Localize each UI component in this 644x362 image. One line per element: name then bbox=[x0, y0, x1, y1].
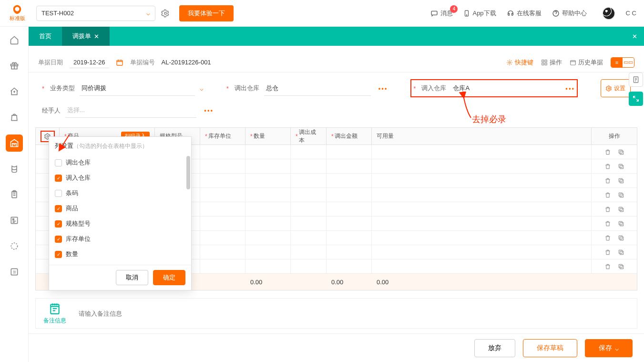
svg-rect-29 bbox=[619, 193, 622, 196]
avatar[interactable] bbox=[602, 7, 615, 20]
delete-icon[interactable] bbox=[604, 149, 611, 155]
tab-transfer[interactable]: 调拨单 ✕ bbox=[62, 27, 110, 46]
copy-icon[interactable] bbox=[618, 249, 624, 256]
nav-money-icon[interactable] bbox=[6, 160, 23, 177]
copy-icon[interactable] bbox=[618, 263, 624, 270]
nav-home-icon[interactable] bbox=[6, 31, 23, 49]
column-option[interactable]: ✓商品 bbox=[55, 201, 185, 216]
settings-button[interactable]: 设置 bbox=[601, 79, 631, 97]
list-view-icon[interactable]: ≡ bbox=[611, 58, 623, 67]
save-button[interactable]: 保存⌵ bbox=[585, 339, 633, 357]
nav-report-icon[interactable] bbox=[6, 212, 23, 229]
save-draft-button[interactable]: 保存草稿 bbox=[523, 339, 577, 357]
nav-clipboard-icon[interactable] bbox=[6, 186, 23, 203]
top-bar: 标准版 TEST-H002 ⌵ 我要体验一下 消息 4 App下载 在线客服 帮… bbox=[0, 0, 644, 27]
customer-service-link[interactable]: 在线客服 bbox=[507, 9, 542, 18]
sidebar: 新 bbox=[0, 27, 29, 362]
svg-rect-27 bbox=[619, 178, 622, 182]
help-center-link[interactable]: 帮助中心 bbox=[552, 9, 587, 18]
svg-rect-39 bbox=[619, 264, 622, 268]
popup-ok-button[interactable]: 确定 bbox=[153, 270, 185, 285]
copy-icon[interactable] bbox=[618, 206, 624, 213]
nav-house-up-icon[interactable] bbox=[6, 83, 23, 100]
delete-icon[interactable] bbox=[604, 192, 611, 198]
column-option[interactable]: ✓库存单位 bbox=[55, 231, 185, 247]
field-biz-type[interactable]: *业务类型 同价调拨 ⌵ bbox=[42, 79, 204, 97]
nav-gift-icon[interactable] bbox=[6, 57, 23, 74]
delete-icon[interactable] bbox=[604, 220, 611, 227]
field-handler[interactable]: 经手人 选择... ••• bbox=[42, 103, 214, 118]
field-out-warehouse[interactable]: *调出仓库 总仓 ••• bbox=[226, 79, 388, 97]
copy-icon[interactable] bbox=[618, 163, 624, 170]
gear-icon[interactable] bbox=[161, 9, 170, 18]
chevron-down-icon: ⌵ bbox=[146, 10, 150, 17]
copy-icon[interactable] bbox=[618, 235, 624, 241]
nav-new-icon[interactable]: 新 bbox=[6, 263, 23, 280]
user-name: C C bbox=[626, 10, 636, 17]
column-option[interactable]: ✓规格型号 bbox=[55, 216, 185, 231]
svg-rect-28 bbox=[620, 194, 623, 197]
date-value[interactable]: 2019-12-26 bbox=[70, 57, 109, 68]
column-option[interactable]: ✓数量 bbox=[55, 247, 185, 262]
more-icon: ••• bbox=[378, 85, 388, 92]
messages-link[interactable]: 消息 4 bbox=[430, 9, 453, 18]
column-option[interactable]: 条码 bbox=[55, 186, 185, 201]
checkbox-icon[interactable]: ✓ bbox=[55, 220, 62, 228]
ops-link[interactable]: 操作 bbox=[541, 58, 562, 67]
delete-icon[interactable] bbox=[604, 249, 611, 256]
nav-bag-icon[interactable] bbox=[6, 109, 23, 126]
popup-cancel-button[interactable]: 取消 bbox=[116, 270, 148, 285]
shortcut-link[interactable]: 快捷键 bbox=[506, 58, 533, 67]
column-option[interactable]: ✓调入仓库 bbox=[55, 170, 185, 186]
checkbox-icon[interactable]: ✓ bbox=[55, 205, 62, 212]
tab-home[interactable]: 首页 bbox=[29, 27, 62, 46]
checkbox-icon[interactable]: ✓ bbox=[55, 175, 62, 182]
copy-icon[interactable] bbox=[618, 149, 624, 155]
svg-rect-1 bbox=[431, 11, 437, 15]
annotation-text: 去掉必录 bbox=[472, 114, 506, 125]
nav-warehouse-icon[interactable] bbox=[6, 134, 23, 152]
svg-rect-23 bbox=[619, 150, 622, 153]
org-selector[interactable]: TEST-H002 ⌵ bbox=[36, 6, 155, 21]
column-option[interactable]: 调出仓库 bbox=[55, 155, 185, 170]
checkbox-icon[interactable]: ✓ bbox=[55, 236, 62, 243]
tabs-close-all[interactable]: ✕ bbox=[625, 27, 644, 46]
svg-rect-30 bbox=[620, 208, 623, 211]
delete-icon[interactable] bbox=[604, 263, 611, 270]
app-download-link[interactable]: App下载 bbox=[463, 9, 496, 18]
docno-value: AL-20191226-001 bbox=[162, 59, 211, 66]
delete-icon[interactable] bbox=[604, 235, 611, 241]
checkbox-icon[interactable] bbox=[55, 190, 62, 197]
rail-note-icon[interactable] bbox=[629, 72, 643, 87]
total-available: 0.00 bbox=[372, 274, 592, 290]
right-rail bbox=[628, 72, 644, 106]
view-toggle[interactable]: ≡▭▭ bbox=[611, 57, 634, 68]
svg-point-0 bbox=[164, 12, 167, 14]
svg-rect-18 bbox=[545, 63, 547, 65]
checkbox-icon[interactable]: ✓ bbox=[55, 251, 62, 258]
scrollbar[interactable] bbox=[186, 156, 190, 189]
card-view-icon[interactable]: ▭▭ bbox=[623, 58, 634, 67]
nav-dashed-circle-icon[interactable] bbox=[6, 238, 23, 255]
copy-icon[interactable] bbox=[618, 220, 624, 227]
svg-point-14 bbox=[509, 62, 511, 63]
svg-rect-17 bbox=[542, 63, 544, 65]
calendar-icon[interactable] bbox=[116, 59, 123, 66]
discard-button[interactable]: 放弃 bbox=[474, 339, 515, 357]
rail-expand-icon[interactable] bbox=[629, 92, 643, 106]
delete-icon[interactable] bbox=[604, 177, 611, 184]
delete-icon[interactable] bbox=[604, 163, 611, 170]
history-link[interactable]: 历史单据 bbox=[570, 58, 603, 67]
svg-point-21 bbox=[47, 135, 49, 137]
copy-icon[interactable] bbox=[618, 192, 624, 198]
copy-icon[interactable] bbox=[618, 177, 624, 184]
svg-rect-24 bbox=[620, 165, 623, 168]
trial-button[interactable]: 我要体验一下 bbox=[179, 5, 234, 21]
checkbox-icon[interactable] bbox=[55, 159, 62, 166]
remark-input[interactable] bbox=[74, 310, 637, 317]
close-icon[interactable]: ✕ bbox=[94, 33, 99, 40]
msg-badge: 4 bbox=[450, 5, 458, 13]
field-in-warehouse[interactable]: *调入仓库 仓库A ••• bbox=[410, 79, 578, 97]
svg-rect-36 bbox=[620, 251, 623, 254]
delete-icon[interactable] bbox=[604, 206, 611, 213]
